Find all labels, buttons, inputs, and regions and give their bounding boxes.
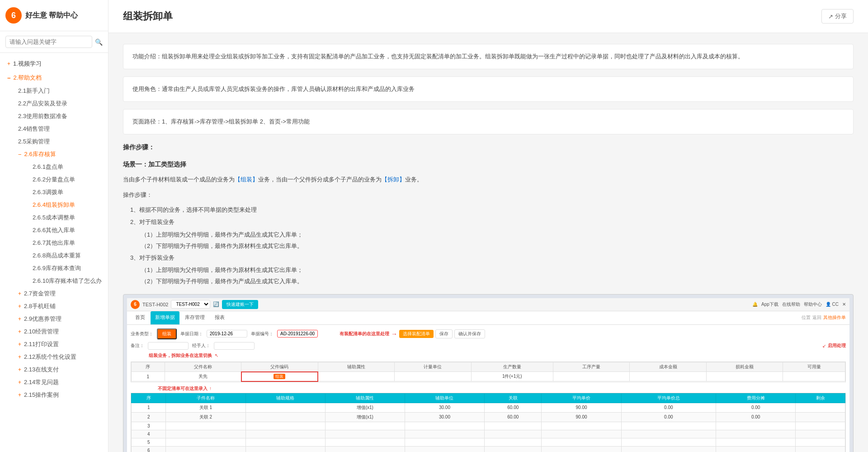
sidebar-item-video[interactable]: + 1.视频学习 bbox=[0, 57, 108, 71]
sidebar-item-inother[interactable]: 2.6.6其他入库单 bbox=[29, 224, 108, 237]
th-cost: 成本金额 bbox=[630, 362, 707, 372]
search-icon[interactable]: 🔍 bbox=[95, 38, 103, 46]
sim-bell-icon: 🔔 bbox=[752, 302, 758, 307]
sidebar-item-print[interactable]: + 2.11打印设置 bbox=[14, 338, 108, 351]
sidebar-item-data[interactable]: 2.3使用前数据准备 bbox=[14, 110, 108, 123]
sim-date-input[interactable] bbox=[207, 330, 247, 338]
sim-icons: 🔔 App下载 在线帮助 帮助中心 👤 CC ✕ bbox=[752, 301, 846, 308]
sidebar-item-stockcheck[interactable]: 2.6.9库存账本查询 bbox=[29, 262, 108, 275]
nav-sub-docs: 2.1新手入门 2.2产品安装及登录 2.3使用前数据准备 2.4销售管理 2.… bbox=[0, 85, 108, 401]
th-sub-name: 子件名称 bbox=[166, 393, 245, 403]
plus-icon-mobile: + bbox=[18, 303, 21, 309]
search-box: 🔍 bbox=[0, 31, 108, 53]
sidebar-item-new[interactable]: 2.1新手入门 bbox=[14, 85, 108, 97]
td-parent-name: 关先 bbox=[165, 372, 241, 381]
arrow-right-icon: → bbox=[391, 330, 397, 338]
role-box: 使用角色：通常由生产人员或库管人员完成拆装业务的操作，库管人员确认原材料的出库和… bbox=[123, 76, 854, 102]
app-logo: 6 bbox=[5, 7, 22, 24]
sim-form-area: 业务类型： 组装 单据日期： 单据编号： 有装配清单的在这里处理 → 选择装配清… bbox=[127, 325, 849, 452]
sim-logo: 6 bbox=[131, 300, 140, 309]
table-row: 4 bbox=[132, 430, 845, 438]
plus-icon-onlinepay: + bbox=[18, 366, 21, 373]
sim-nav-report[interactable]: 报表 bbox=[210, 311, 229, 324]
plus-icon-print: + bbox=[18, 341, 21, 347]
sidebar-item-coupon[interactable]: + 2.9优惠券管理 bbox=[14, 313, 108, 325]
th-available: 可用量 bbox=[783, 362, 845, 372]
sim-lower-table: 序 子件名称 辅助规格 辅助属性 辅助单位 关联 平均单价 平均单价总 费用分摊… bbox=[131, 393, 845, 452]
sidebar-item-assembly[interactable]: 2.6.4组装拆卸单 bbox=[29, 199, 108, 211]
th-parent-name: 父件名称 bbox=[165, 362, 241, 372]
sidebar-item-install[interactable]: 2.2产品安装及登录 bbox=[14, 97, 108, 110]
plus-icon-cases: + bbox=[18, 392, 21, 398]
sidebar-item-cases[interactable]: + 2.15操作案例 bbox=[14, 389, 108, 401]
sidebar-item-stockerror[interactable]: 2.6.10库存账本错了怎么办 bbox=[29, 275, 108, 287]
share-button[interactable]: ↗ 分享 bbox=[821, 9, 854, 24]
sim-form-header: 业务类型： 组装 单据日期： 单据编号： 有装配清单的在这里处理 → 选择装配清… bbox=[131, 328, 846, 350]
sim-company: TEST-H002 bbox=[142, 302, 168, 307]
th-sub-alloc: 费用分摊 bbox=[716, 393, 796, 403]
th-seq: 序 bbox=[132, 362, 165, 372]
td-loss bbox=[706, 372, 783, 381]
sim-id-input[interactable] bbox=[277, 330, 318, 338]
sidebar-item-partcount[interactable]: 2.6.2分量盘点单 bbox=[29, 173, 108, 186]
sidebar-item-faq[interactable]: + 2.14常见问题 bbox=[14, 376, 108, 389]
sim-save-btn[interactable]: 保存 bbox=[435, 329, 453, 338]
sidebar-item-custom[interactable]: + 2.12系统个性化设置 bbox=[14, 351, 108, 363]
sim-apps-icon: App下载 bbox=[761, 301, 778, 308]
sim-help-icon: 在线帮助 bbox=[782, 301, 800, 308]
sim-company-select[interactable]: TEST-H002 bbox=[171, 300, 210, 309]
table-row: 1 关联 1 增值(x1) 30.00 60.00 90.00 0.00 0.0… bbox=[132, 403, 845, 412]
plus-icon-faq: + bbox=[18, 379, 21, 385]
sim-annotation-process: ↙ 启用处理 bbox=[822, 343, 846, 349]
search-input[interactable] bbox=[5, 36, 92, 48]
content-area: 功能介绍：组装拆卸单用来处理企业组装或拆卸等加工业务，支持有固定装配清单的产品加… bbox=[108, 33, 868, 452]
th-sub-seq: 序 bbox=[132, 393, 166, 403]
th-sub-rel: 关联 bbox=[485, 393, 542, 403]
sidebar-item-purchase[interactable]: 2.5采购管理 bbox=[14, 135, 108, 148]
sim-nav-home[interactable]: 首页 bbox=[131, 311, 150, 324]
annotation-switch-text: 组装业务，拆卸业务在这里切换 bbox=[149, 352, 212, 359]
step2-2: （2）下部明细为子件明细，最终作为原材料生成其它出库单。 bbox=[141, 241, 854, 251]
step2-1: （1）上部明细为父件明细，最终作为产成品生成其它入库单； bbox=[141, 229, 854, 240]
plus-icon: + bbox=[7, 61, 10, 67]
step3-1: （1）上部明细为父件明细，最终作为原材料生成其它出库单； bbox=[141, 265, 854, 275]
sim-memo-input[interactable] bbox=[148, 342, 189, 350]
sim-handler-label: 经手人： bbox=[192, 343, 210, 349]
sidebar-item-adjust[interactable]: 2.6.3调拨单 bbox=[29, 186, 108, 199]
screenshot-container: 6 TEST-H002 TEST-H002 🔄 快速建账一下 🔔 App下载 在… bbox=[123, 294, 854, 452]
page-title: 组装拆卸单 bbox=[123, 10, 173, 23]
table-row: 1 关先 组装 1件(+1元) bbox=[132, 372, 845, 381]
sidebar-item-sales[interactable]: 2.4销售管理 bbox=[14, 123, 108, 135]
th-loss: 损耗金额 bbox=[706, 362, 783, 372]
annotation-freeinput-text: 不固定清单可在这里录入 bbox=[158, 386, 208, 391]
sim-quickcreate-btn[interactable]: 快速建账一下 bbox=[222, 300, 258, 309]
sim-nav-new[interactable]: 新增单据 bbox=[151, 311, 179, 324]
sidebar-item-ops[interactable]: + 2.10经营管理 bbox=[14, 325, 108, 338]
th-sub-spec: 辅助规格 bbox=[245, 393, 325, 403]
sim-confirm-btn[interactable]: 确认并保存 bbox=[454, 329, 485, 338]
sidebar-item-finance[interactable]: + 2.7资金管理 bbox=[14, 287, 108, 300]
sidebar-item-mobile[interactable]: + 2.8手机旺铺 bbox=[14, 300, 108, 313]
sim-nav-inventory[interactable]: 库存管理 bbox=[180, 311, 209, 324]
sidebar-item-costcalc[interactable]: 2.6.8商品成本重算 bbox=[29, 249, 108, 262]
sidebar-item-inventory[interactable]: − 2.6库存核算 bbox=[14, 148, 108, 161]
sim-business-type-btn[interactable]: 组装 bbox=[157, 328, 177, 339]
intro-box: 功能介绍：组装拆卸单用来处理企业组装或拆卸等加工业务，支持有固定装配清单的产品加… bbox=[123, 44, 854, 69]
sidebar-item-outother[interactable]: 2.6.7其他出库单 bbox=[29, 237, 108, 249]
plus-icon-finance: + bbox=[18, 290, 21, 297]
th-sub-attr: 辅助属性 bbox=[325, 393, 405, 403]
sidebar-item-stockcount[interactable]: 2.6.1盘点单 bbox=[29, 161, 108, 173]
table-row: 6 bbox=[132, 446, 845, 452]
path-box: 页面路径：1、库存核算->库存管理->组装拆卸单 2、首页->常用功能 bbox=[123, 109, 854, 134]
sidebar-item-docs[interactable]: − 2.帮助文档 bbox=[0, 71, 108, 85]
plus-icon-custom: + bbox=[18, 354, 21, 360]
sim-select-bom-btn[interactable]: 选择装配清单 bbox=[399, 330, 434, 338]
sidebar-item-onlinepay[interactable]: + 2.13在线支付 bbox=[14, 363, 108, 376]
sim-refresh-icon: 🔄 bbox=[213, 301, 219, 307]
sim-nav-location: 位置 bbox=[802, 314, 811, 321]
sim-date-label: 单据日期： bbox=[180, 331, 203, 337]
sim-nav-back: 返回 bbox=[812, 314, 821, 321]
sidebar-item-costadj[interactable]: 2.6.5成本调整单 bbox=[29, 211, 108, 224]
td-qty: 1件(+1元) bbox=[471, 372, 553, 381]
sim-handler-input[interactable] bbox=[214, 342, 255, 350]
